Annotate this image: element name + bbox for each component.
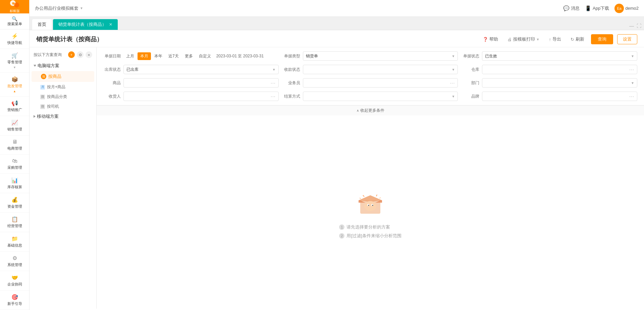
goods-input[interactable]: ···: [123, 78, 279, 88]
warehouse-dots: ···: [629, 67, 634, 72]
filter-row-1: 单据日期 上月 本月 本年 近7天 更多 自定义 20: [103, 51, 637, 61]
sidebar-item-search-label: 搜索菜单: [2, 21, 27, 27]
doc-type-value: 销货单: [306, 53, 318, 59]
query-button[interactable]: 查询: [591, 34, 613, 44]
scheme-item-month-goods[interactable]: 月 按月+商品: [30, 82, 96, 92]
purchase-icon: 🛍: [12, 158, 17, 164]
industry-name: 办公用品行业模拟账套: [35, 5, 78, 11]
out-status-value: 已出库: [126, 67, 139, 72]
sidebar-item-basic-info-label: 基础信息: [7, 243, 22, 248]
date-tab-7days[interactable]: 近7天: [166, 52, 181, 60]
month-goods-icon: 月: [40, 85, 45, 90]
sidebar-item-finance[interactable]: 💰 资金管理: [0, 193, 29, 213]
sidebar-item-basic-info[interactable]: 📁 基础信息: [0, 232, 29, 252]
doc-status-input[interactable]: 已生效 ▼: [482, 51, 637, 61]
warehouse-input[interactable]: ···: [482, 65, 637, 74]
filter-row-3: 商品 ··· 业务员 ···: [103, 78, 637, 88]
scheme-group-pc[interactable]: 电脑端方案: [30, 61, 96, 71]
empty-tip-1-text: 请先选择要分析的方案: [346, 224, 390, 230]
scheme-add-button[interactable]: +: [68, 51, 75, 58]
sidebar-item-operation[interactable]: 📋 经营管理: [0, 213, 29, 232]
filter-department-field: 部门 ▼: [462, 78, 637, 88]
scheme-item-goods-category[interactable]: 目 按商品分类: [30, 92, 96, 102]
sidebar-item-quick-nav[interactable]: ⚡ 快捷导航: [0, 30, 29, 49]
pc-group-label: 电脑端方案: [38, 63, 59, 69]
scheme-item-driver[interactable]: 目 按司机: [30, 102, 96, 111]
filter-payment-field: 结算方式 ▼: [283, 92, 458, 101]
brand-input[interactable]: ···: [482, 92, 637, 101]
export-button[interactable]: ↑ 导出: [546, 35, 564, 44]
collapse-bar[interactable]: ∧ 收起更多条件: [97, 105, 644, 115]
page-actions: ❓ 帮助 🖨 按模板打印 ▼ ↑ 导出 ↻ 刷新 查询 设置: [480, 34, 637, 44]
refresh-label: 刷新: [576, 36, 584, 42]
print-icon: 🖨: [507, 37, 512, 42]
date-tab-last-month[interactable]: 上月: [123, 52, 137, 60]
tab-home[interactable]: 首页: [32, 19, 52, 30]
sidebar-item-purchase[interactable]: 🛍 采购管理: [0, 155, 29, 174]
receipt-status-label: 收款状态: [283, 67, 300, 72]
sidebar-item-wholesale[interactable]: 📦 批发管理 ▲: [0, 73, 29, 97]
date-filter: 上月 本月 本年 近7天 更多 自定义 2023-03-01 至 2023-03…: [123, 52, 279, 60]
wholesale-icon: 📦: [11, 76, 18, 83]
tab-close-icon[interactable]: ✕: [109, 22, 112, 27]
tab-home-label: 首页: [38, 21, 46, 28]
sidebar-item-system[interactable]: ⚙ 系统管理: [0, 252, 29, 271]
empty-state: 1 请先选择要分析的方案 2 用[过滤]条件来缩小分析范围: [97, 115, 644, 309]
tab-maximize-icon[interactable]: ⛶: [637, 23, 641, 29]
settings-button[interactable]: 设置: [617, 34, 637, 44]
date-tab-more[interactable]: 更多: [182, 52, 196, 60]
filter-date-field: 单据日期 上月 本月 本年 近7天 更多 自定义 20: [103, 52, 279, 60]
help-button[interactable]: ❓ 帮助: [480, 35, 501, 44]
username: demo2: [625, 6, 639, 11]
refresh-button[interactable]: ↻ 刷新: [568, 35, 587, 44]
sidebar-item-retail[interactable]: 🛒 零售管理 ▼: [0, 49, 29, 73]
collapse-arrow: ∧: [357, 109, 359, 112]
scheme-item-by-goods[interactable]: 按 按商品: [32, 71, 94, 82]
sidebar-item-marketing[interactable]: 📢 营销推广: [0, 97, 29, 116]
scheme-group-mobile[interactable]: 移动端方案: [30, 111, 96, 121]
tab-sales-stats[interactable]: 销货单统计表（按商品） ✕: [53, 19, 118, 30]
template-print-button[interactable]: 🖨 按模板打印 ▼: [505, 35, 542, 44]
sidebar-item-inventory[interactable]: 📊 库存核算: [0, 174, 29, 193]
receiver-input[interactable]: ···: [123, 92, 279, 101]
payment-input[interactable]: ▼: [303, 92, 458, 101]
scheme-item-month-goods-label: 按月+商品: [47, 84, 65, 90]
export-icon: ↑: [549, 37, 551, 42]
receipt-status-input[interactable]: ▼: [303, 65, 458, 74]
retail-arrow: ▼: [13, 66, 16, 69]
message-label: 消息: [571, 5, 580, 11]
doc-status-label: 单据状态: [462, 53, 479, 59]
message-button[interactable]: 💬 消息: [563, 5, 580, 11]
tip-2-num: 2: [339, 233, 344, 239]
department-input[interactable]: ▼: [482, 78, 637, 88]
help-label: 帮助: [489, 36, 498, 42]
salesman-input[interactable]: ···: [303, 78, 458, 88]
scheme-collapse-button[interactable]: «: [86, 51, 92, 58]
tip-1-num: 1: [339, 224, 344, 230]
out-status-input[interactable]: 已出库 ▼: [123, 65, 279, 74]
doc-status-value: 已生效: [485, 53, 497, 59]
sidebar-item-ecommerce[interactable]: 🖥 电商管理: [0, 136, 29, 155]
department-chevron: ▼: [631, 81, 634, 85]
doc-type-input[interactable]: 销货单 ▼: [303, 51, 458, 61]
scheme-refresh-button[interactable]: ⊙: [77, 51, 84, 58]
sidebar-item-sales[interactable]: 📈 销售管理: [0, 116, 29, 136]
topbar-left: 办公用品行业模拟账套 ▼: [35, 5, 83, 11]
filter-row-2: 出库状态 已出库 ▼ 收款状态 ▼: [103, 65, 637, 74]
user-profile[interactable]: Ea demo2: [614, 4, 639, 13]
tab-minimize-icon[interactable]: —: [629, 23, 634, 29]
date-tab-this-year[interactable]: 本年: [152, 52, 165, 60]
sidebar-item-enterprise-label: 企业协同: [7, 282, 22, 287]
svg-point-1: [14, 2, 19, 7]
date-range-value: 2023-03-01 至 2023-03-31: [216, 53, 264, 59]
date-tab-custom[interactable]: 自定义: [196, 52, 214, 60]
date-tab-this-month[interactable]: 本月: [138, 52, 151, 60]
app-download-button[interactable]: 📱 App下载: [585, 5, 609, 11]
svg-line-12: [363, 195, 364, 197]
sidebar: 畅 标账版 🔍 搜索菜单 ⚡ 快捷导航 🛒 零售管理 ▼ 📦 批发管理 ▲ 📢 …: [0, 0, 30, 310]
sidebar-item-enterprise[interactable]: 🤝 企业协同: [0, 271, 29, 291]
app-download-label: App下载: [593, 5, 609, 11]
sidebar-item-search[interactable]: 🔍 搜索菜单: [0, 13, 29, 30]
industry-selector[interactable]: 办公用品行业模拟账套 ▼: [35, 5, 83, 11]
sidebar-item-guide[interactable]: 🎯 新手引导: [0, 291, 29, 310]
